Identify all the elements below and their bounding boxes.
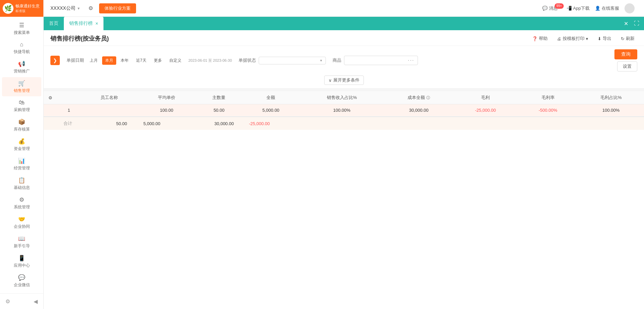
- expand-icon: ∨: [329, 78, 332, 83]
- th-settings[interactable]: ⚙: [44, 91, 57, 104]
- date-btn-last-month[interactable]: 上月: [87, 56, 101, 65]
- export-icon: ⬇: [598, 36, 601, 41]
- sidebar-item-search-order[interactable]: ☰搜索菜单: [2, 19, 41, 38]
- footer-sales-pct: [169, 121, 206, 126]
- tab-home[interactable]: 首页: [44, 17, 64, 30]
- th-avg-price: 平均单价: [138, 91, 196, 104]
- filter-collapse-btn[interactable]: ❯: [50, 56, 60, 65]
- th-employee: 员工名称: [81, 91, 138, 104]
- sidebar-icon-new-guide: 📖: [18, 235, 25, 242]
- footer-margin-rate: [276, 121, 284, 126]
- filter-row-1: ❯ 单据日期 上月 本月 本年 近7天 更多 自定义 2023-06-01 至: [50, 49, 637, 71]
- sidebar-icon-quick-nav: ⌂: [20, 41, 23, 48]
- message-btn[interactable]: 💬 消息 99+: [542, 5, 561, 11]
- window-close-btn[interactable]: ✕: [621, 19, 631, 28]
- sidebar-item-sales-mgmt[interactable]: 🛒销售管理: [2, 77, 41, 96]
- footer-profit: -25,000.00: [243, 121, 276, 126]
- sidebar-label-new-guide: 新手引导: [14, 243, 30, 249]
- date-range-text: 2023-06-01 至 2023-06-30: [188, 58, 232, 63]
- status-select[interactable]: ▾: [259, 57, 326, 64]
- sidebar-icon-purchase-mgmt: 🛍: [19, 99, 25, 106]
- date-btn-custom[interactable]: 自定义: [166, 56, 184, 65]
- sidebar-item-inventory[interactable]: 📦库存核算: [2, 116, 41, 135]
- window-maximize-btn[interactable]: ⛶: [632, 19, 641, 28]
- tab-sales-rank-close[interactable]: ×: [95, 21, 98, 26]
- tab-home-label: 首页: [49, 20, 58, 27]
- table-area: ⚙ 员工名称 平均单价 主数量 全额 销售收入占比% 成本全额 ⓘ 毛利 毛利率…: [44, 91, 644, 309]
- th-rank: [57, 91, 81, 104]
- sidebar-label-finance: 资金管理: [14, 146, 30, 152]
- sidebar-label-search-order: 搜索菜单: [14, 30, 30, 36]
- table-settings-icon[interactable]: ⚙: [48, 95, 52, 100]
- td-amount-0: 5,000.00: [243, 104, 299, 116]
- table-footer: 合计 50.00 5,000.00 30,000.00 -25,000.00: [44, 116, 644, 130]
- sidebar-icon-marketing: 📢: [18, 60, 25, 67]
- sidebar-item-operations[interactable]: 📊经营管理: [2, 155, 41, 174]
- sidebar-item-enterprise-collab[interactable]: 🤝企业协同: [2, 213, 41, 232]
- header-settings-btn[interactable]: ⚙: [86, 3, 96, 13]
- refresh-icon: ↻: [621, 36, 625, 41]
- sidebar-settings-btn[interactable]: ⚙: [3, 296, 13, 306]
- app-download-btn[interactable]: 📲 App下载: [566, 5, 590, 11]
- user-avatar[interactable]: [625, 3, 635, 13]
- company-selector[interactable]: XXXXX公司 ▾: [48, 4, 82, 13]
- page-title: 销售排行榜(按业务员): [50, 35, 109, 43]
- help-btn[interactable]: ❓ 帮助: [529, 34, 550, 43]
- sidebar-item-purchase-mgmt[interactable]: 🛍采购管理: [2, 97, 41, 115]
- tab-bar-actions: ✕ ⛶: [621, 19, 644, 28]
- header-right: 💬 消息 99+ 📲 App下载 👤 在线客服: [542, 3, 640, 13]
- tab-bar: 首页 销售排行榜 × ✕ ⛶: [44, 17, 644, 30]
- export-btn[interactable]: ⬇ 导出: [595, 34, 614, 43]
- company-dropdown-arrow: ▾: [78, 6, 80, 11]
- tab-sales-rank[interactable]: 销售排行榜 ×: [64, 17, 103, 30]
- sidebar-item-quick-nav[interactable]: ⌂快捷导航: [2, 39, 41, 57]
- sidebar-collapse-btn[interactable]: ◀: [31, 296, 41, 306]
- date-btn-more[interactable]: 更多: [151, 56, 165, 65]
- app-download-icon: 📲: [566, 6, 572, 11]
- td-rank-0: 1: [57, 104, 81, 116]
- print-btn[interactable]: 🖨 按模板打印 ▾: [554, 34, 591, 43]
- goods-input-dots[interactable]: ···: [408, 57, 414, 63]
- goods-filter-group: 商品 ···: [333, 56, 418, 65]
- online-service-btn[interactable]: 👤 在线客服: [595, 5, 619, 11]
- td-sales-pct-0: 100.00%: [299, 104, 385, 116]
- online-service-icon: 👤: [595, 6, 600, 11]
- footer-cells: 50.00 5,000.00 30,000.00 -25,000.00: [75, 121, 640, 126]
- try-industry-btn[interactable]: 体验行业方案: [99, 3, 136, 13]
- th-sales-pct: 销售收入占比%: [299, 91, 385, 104]
- refresh-btn[interactable]: ↻ 刷新: [618, 34, 637, 43]
- sidebar-icon-app-center: 📱: [18, 255, 25, 262]
- sidebar-item-basic-info[interactable]: 📋基础信息: [2, 174, 41, 193]
- query-btn[interactable]: 查询: [614, 49, 637, 59]
- expand-btn[interactable]: ∨ 展开更多条件: [324, 75, 364, 85]
- sidebar-item-sys-mgmt[interactable]: ⚙系统管理: [2, 194, 41, 213]
- goods-input[interactable]: ···: [344, 56, 418, 65]
- sidebar-label-app-center: 应用中心: [14, 263, 30, 268]
- sidebar-item-new-guide[interactable]: 📖新手引导: [2, 233, 41, 252]
- settings-btn[interactable]: 设置: [617, 61, 637, 71]
- footer-margin-pct: [284, 121, 292, 126]
- sidebar-label-enterprise-collab: 企业协同: [14, 224, 30, 229]
- sidebar-item-app-center[interactable]: 📱应用中心: [2, 252, 41, 271]
- sidebar-item-member[interactable]: V畅会员: [2, 291, 41, 293]
- company-name: XXXXX公司: [50, 5, 76, 11]
- cost-info-icon[interactable]: ⓘ: [426, 96, 430, 100]
- date-btn-this-year[interactable]: 本年: [118, 56, 132, 65]
- date-btn-this-month[interactable]: 本月: [102, 56, 116, 65]
- table-row: 1 100.00 50.00 5,000.00 100.00% 30,000.0…: [44, 104, 644, 116]
- footer-avg-price: [75, 121, 108, 126]
- sidebar-icon-enterprise-collab: 🤝: [18, 216, 25, 223]
- td-settings-0: [44, 104, 57, 116]
- sidebar-item-marketing[interactable]: 📢营销推广: [2, 58, 41, 77]
- sidebar-item-enterprise-wechat[interactable]: 💬企业微信: [2, 271, 41, 291]
- filter-expand-row: ∨ 展开更多条件: [50, 73, 637, 85]
- footer-amount: 5,000.00: [135, 121, 169, 126]
- td-profit-0: -25,000.00: [453, 104, 518, 116]
- td-employee-0: [81, 104, 138, 116]
- date-btn-last-7days[interactable]: 近7天: [133, 56, 149, 65]
- page-actions: ❓ 帮助 🖨 按模板打印 ▾ ⬇ 导出 ↻ 刷新: [529, 34, 637, 43]
- sidebar-item-finance[interactable]: 💰资金管理: [2, 135, 41, 154]
- sidebar-label-inventory: 库存核算: [14, 126, 30, 132]
- table-header-row: ⚙ 员工名称 平均单价 主数量 全额 销售收入占比% 成本全额 ⓘ 毛利 毛利率…: [44, 91, 644, 104]
- sidebar-navigation: ☰搜索菜单⌂快捷导航📢营销推广🛒销售管理🛍采购管理📦库存核算💰资金管理📊经营管理…: [0, 17, 43, 293]
